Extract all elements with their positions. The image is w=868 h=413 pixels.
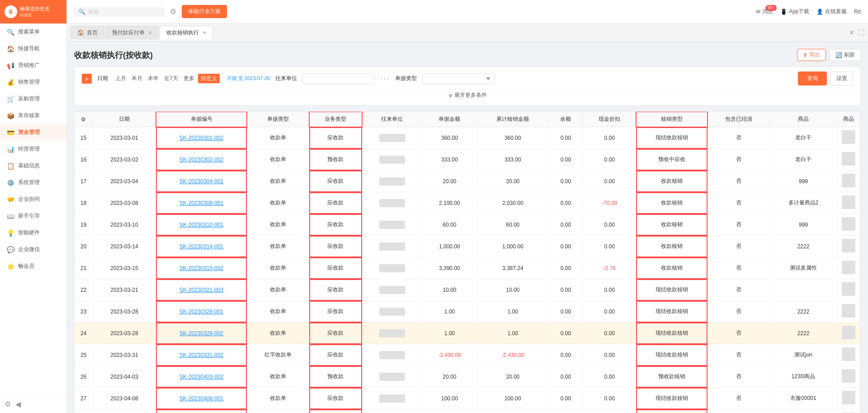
row-balance: 0.00	[548, 149, 583, 171]
sidebar-item-enterprise-wx[interactable]: 💬 企业微信	[0, 241, 66, 258]
online-service-button[interactable]: 👤 在线客服	[816, 8, 847, 15]
row-no: 16	[75, 149, 93, 171]
custom-date-btn[interactable]: 自定义	[198, 74, 220, 83]
collapse-icon[interactable]: ◀	[15, 400, 21, 408]
table-row: 20 2023-03-14 SK-20230314-001 收款单 应收款 ██…	[75, 236, 860, 257]
row-bill-no: SK-20230314-001	[156, 236, 247, 257]
row-partner: ██	[362, 171, 422, 192]
row-partner: ██	[362, 279, 422, 301]
receipt-type-select[interactable]	[422, 73, 495, 84]
row-product: 999	[769, 171, 837, 192]
bill-no-link[interactable]: SK-20230314-001	[179, 243, 223, 250]
row-bill-type: 收款单	[247, 192, 309, 214]
sidebar-item-enterprise-coop[interactable]: 🤝 企业协同	[0, 191, 66, 208]
bill-no-link[interactable]: SK-20230328-001	[179, 309, 223, 315]
bill-no-link[interactable]: SK-20230308-001	[179, 200, 223, 206]
sidebar-item-basic-info[interactable]: 📋 基础信息	[0, 157, 66, 174]
sidebar-item-quick-nav[interactable]: 🏠 快捷导航	[0, 40, 66, 57]
tab-close-prepayment[interactable]: ✕	[148, 30, 152, 35]
row-bill-no: SK-20230304-001	[156, 171, 247, 192]
row-product: 123D商品	[769, 366, 837, 388]
app-download-button[interactable]: 📱 App下载	[780, 8, 809, 15]
row-include-settled: 否	[708, 409, 770, 413]
sidebar-item-marketing[interactable]: 📢 营销推广	[0, 57, 66, 74]
row-amount: 1.00	[422, 301, 477, 323]
row-cash-discount: 0.00	[583, 388, 636, 409]
export-button[interactable]: ⬆ 导出	[797, 49, 826, 61]
tab-close-all-icon[interactable]: ✕	[849, 29, 854, 36]
last-month-btn[interactable]: 上月	[113, 74, 128, 83]
table-row: 21 2023-03-15 SK-20230315-002 收款单 应收款 ██…	[75, 257, 860, 279]
bill-no-link[interactable]: SK-20230302-002	[179, 157, 223, 163]
filter-bar: » 日期 上月 本月 本年 近7天 更多 自定义 不限 至 2023-07-26…	[74, 66, 861, 106]
settings-icon[interactable]: ⚙	[5, 400, 11, 408]
logo-name: 畅康道好生意	[20, 5, 50, 12]
row-cash-discount: 0.00	[583, 279, 636, 301]
filter-settings-button[interactable]: 设置	[830, 71, 853, 85]
bill-no-link[interactable]: SK-20230304-001	[179, 178, 223, 185]
sidebar-item-finance[interactable]: 💳 资金管理	[0, 124, 66, 141]
more-date-btn[interactable]: 更多	[182, 74, 196, 83]
topbar-search-input[interactable]	[88, 9, 151, 15]
sidebar-item-sales[interactable]: 💰 销售管理	[0, 74, 66, 90]
bill-no-link[interactable]: SK-20230328-002	[179, 330, 223, 337]
sidebar-item-inventory[interactable]: 📦 库存核算	[0, 107, 66, 124]
bill-no-link[interactable]: SK-20230331-002	[179, 352, 223, 358]
topbar-search-box[interactable]: 🔍	[74, 7, 165, 17]
filter-toggle-button[interactable]: »	[82, 74, 92, 84]
sidebar-item-search[interactable]: 🔍 搜索菜单	[0, 24, 66, 40]
sidebar-item-label: 企业协同	[18, 195, 40, 203]
row-no: 19	[75, 214, 93, 236]
row-amount: 100.00	[422, 388, 477, 409]
row-bill-type: 收款单	[247, 214, 309, 236]
table-settings-icon[interactable]: ⚙	[81, 116, 86, 123]
row-writeoff-type: 收款核销	[636, 171, 708, 192]
row-balance: 0.00	[548, 214, 583, 236]
last-7days-btn[interactable]: 近7天	[162, 74, 180, 83]
sidebar-item-label: 库存核算	[18, 112, 40, 119]
marketing-icon: 📢	[6, 62, 14, 69]
sidebar-item-purchase[interactable]: 🛒 采购管理	[0, 90, 66, 107]
sidebar-item-newbie[interactable]: 📖 新手引导	[0, 208, 66, 224]
sidebar-item-operations[interactable]: 📊 经营管理	[0, 141, 66, 157]
tab-home[interactable]: 🏠 首页	[71, 26, 104, 39]
col-settings[interactable]: ⚙	[75, 112, 93, 127]
bill-no-link[interactable]: SK-20230301-002	[179, 135, 223, 141]
tab-close-collection[interactable]: ✕	[203, 30, 206, 35]
sidebar-item-system[interactable]: ⚙️ 系统管理	[0, 174, 66, 191]
bill-no-link[interactable]: SK-20230310-001	[179, 222, 223, 228]
home-tab-icon: 🏠	[77, 29, 84, 36]
message-button[interactable]: ✉ 消息 99+	[756, 8, 773, 15]
user-name[interactable]: Rit	[854, 9, 861, 15]
sidebar-item-smart-hw[interactable]: 💡 智能硬件	[0, 224, 66, 241]
tab-collection-writeoff[interactable]: 收款核销执行 ✕	[160, 26, 213, 39]
bill-no-link[interactable]: SK-20230321-003	[179, 287, 223, 293]
row-product: 多计量商品2	[769, 192, 837, 214]
bill-no-link[interactable]: SK-20230315-002	[179, 265, 223, 271]
page-actions: ⬆ 导出 🔄 刷新	[797, 49, 861, 61]
member-icon: ⭐	[6, 263, 14, 270]
search-menu-icon: 🔍	[6, 28, 14, 36]
sidebar-logo: 6 畅康道好生意 标推版	[0, 0, 66, 24]
this-year-btn[interactable]: 本年	[146, 74, 160, 83]
bill-no-link[interactable]: SK-20230408-001	[179, 395, 223, 402]
row-no: 20	[75, 236, 93, 257]
row-biz-type: 预收款	[309, 366, 362, 388]
bill-no-link[interactable]: SK-20230403-002	[179, 374, 223, 380]
row-writeoff-amount: 100.00	[477, 409, 548, 413]
query-button[interactable]: 查询	[798, 71, 827, 85]
filter-expand[interactable]: ∨ 展开更多条件	[82, 89, 853, 101]
tab-maximize-icon[interactable]: ⛶	[858, 29, 864, 36]
refresh-button[interactable]: 🔄 刷新	[830, 49, 861, 61]
finance-icon: 💳	[6, 129, 14, 136]
row-biz-type: 应收款	[309, 388, 362, 409]
row-no: 25	[75, 344, 93, 366]
sidebar-item-member[interactable]: ⭐ 畅会员	[0, 258, 66, 275]
this-month-btn[interactable]: 本月	[130, 74, 144, 83]
partner-input[interactable]	[302, 73, 375, 84]
tab-prepayment[interactable]: 预付款应付单 ✕	[105, 26, 159, 39]
solution-button[interactable]: 体验行业方案	[182, 5, 227, 18]
topbar-gear-icon[interactable]: ⚙	[170, 7, 176, 16]
row-biz-type: 预收款	[309, 149, 362, 171]
topbar: 🔍 ⚙ 体验行业方案 ✉ 消息 99+ 📱 App下载 👤 在线客服 Rit	[67, 0, 868, 24]
